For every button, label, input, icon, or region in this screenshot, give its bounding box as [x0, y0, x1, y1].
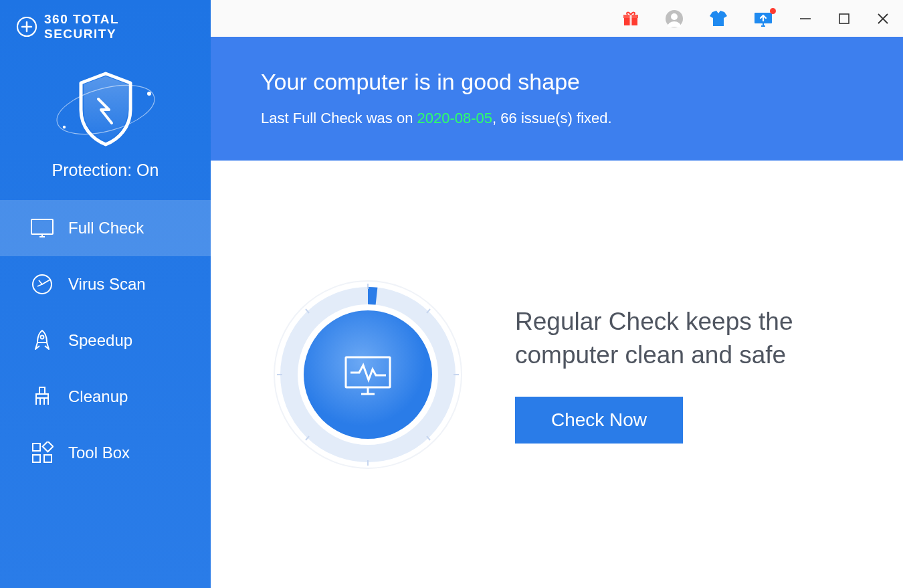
- svg-rect-14: [630, 15, 632, 25]
- window-maximize-button[interactable]: [837, 12, 851, 25]
- sidebar-item-virus-scan[interactable]: Virus Scan: [0, 256, 211, 312]
- brand-logo-icon: [16, 16, 37, 37]
- main-panel: Regular Check keeps the computer clean a…: [211, 161, 903, 588]
- sidebar-item-label: Tool Box: [68, 444, 130, 462]
- apps-icon: [31, 442, 54, 464]
- sidebar-item-label: Virus Scan: [68, 275, 146, 294]
- sidebar-item-label: Full Check: [68, 219, 144, 237]
- check-now-button[interactable]: Check Now: [515, 397, 683, 444]
- sidebar-item-label: Speedup: [68, 331, 132, 350]
- svg-rect-7: [39, 387, 45, 394]
- protection-status-block: Protection: On: [0, 48, 211, 200]
- svg-point-6: [41, 336, 44, 339]
- main-text-block: Regular Check keeps the computer clean a…: [515, 305, 803, 444]
- main-headline: Regular Check keeps the computer clean a…: [515, 305, 803, 372]
- protection-status-label: Protection: On: [52, 161, 159, 180]
- theme-shirt-icon[interactable]: [709, 10, 728, 27]
- banner-subtitle: Last Full Check was on 2020-08-05, 66 is…: [261, 110, 903, 127]
- svg-point-29: [304, 310, 432, 439]
- window-close-button[interactable]: [876, 12, 890, 25]
- titlebar: [211, 0, 903, 37]
- svg-rect-4: [31, 219, 53, 234]
- svg-rect-8: [33, 444, 40, 451]
- monitor-icon: [31, 217, 54, 239]
- shield-icon: [49, 62, 163, 155]
- svg-rect-10: [44, 455, 52, 462]
- sidebar-item-speedup[interactable]: Speedup: [0, 312, 211, 369]
- svg-point-3: [62, 126, 65, 128]
- upload-monitor-icon[interactable]: [753, 10, 773, 27]
- banner-date: 2020-08-05: [417, 110, 493, 126]
- sidebar-item-label: Cleanup: [68, 387, 128, 406]
- sidebar: 360 TOTAL SECURITY: [0, 0, 211, 588]
- gift-icon[interactable]: [622, 10, 639, 27]
- rocket-icon: [31, 329, 54, 352]
- sidebar-item-cleanup[interactable]: Cleanup: [0, 369, 211, 425]
- check-now-label: Check Now: [551, 409, 647, 431]
- banner-prefix: Last Full Check was on: [261, 110, 417, 126]
- brand-name: 360 TOTAL SECURITY: [44, 12, 195, 41]
- window-minimize-button[interactable]: [799, 12, 812, 25]
- check-dial-graphic: [268, 274, 468, 475]
- user-avatar-icon[interactable]: [665, 9, 684, 28]
- svg-rect-18: [839, 14, 849, 23]
- sidebar-nav: Full Check Virus Scan: [0, 200, 211, 481]
- banner-title: Your computer is in good shape: [261, 69, 903, 95]
- notification-dot: [770, 8, 776, 14]
- svg-rect-9: [33, 455, 40, 462]
- banner-suffix: , 66 issue(s) fixed.: [492, 110, 612, 126]
- sidebar-item-toolbox[interactable]: Tool Box: [0, 425, 211, 481]
- svg-point-2: [147, 92, 151, 96]
- brand: 360 TOTAL SECURITY: [0, 0, 211, 48]
- sidebar-item-full-check[interactable]: Full Check: [0, 200, 211, 256]
- brush-icon: [31, 385, 54, 408]
- status-banner: Your computer is in good shape Last Full…: [211, 37, 903, 161]
- app-window: 360 TOTAL SECURITY: [0, 0, 903, 588]
- content: Your computer is in good shape Last Full…: [211, 0, 903, 588]
- radar-icon: [31, 274, 54, 295]
- svg-rect-11: [43, 442, 54, 452]
- svg-point-16: [671, 13, 678, 20]
